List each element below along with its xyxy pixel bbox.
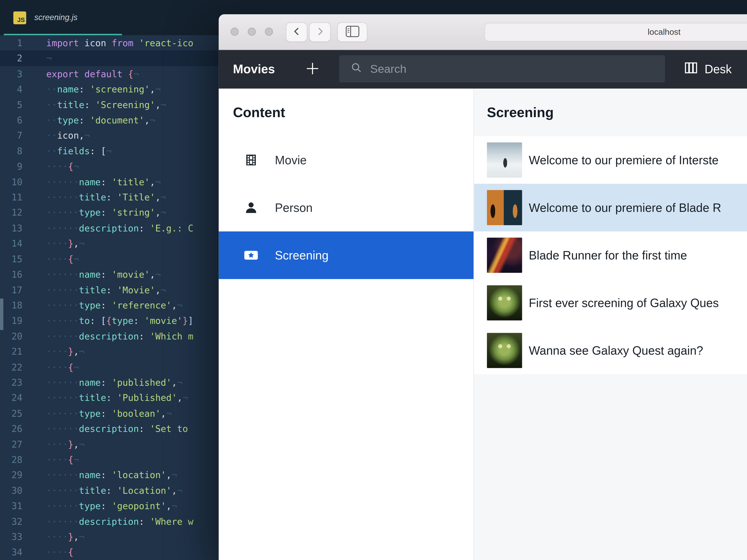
back-chevron-icon <box>291 26 302 38</box>
line-number: 22 <box>0 359 22 375</box>
line-number: 29 <box>0 468 22 483</box>
line-number: 26 <box>0 421 22 436</box>
line-number: 20 <box>0 328 22 344</box>
document-title: Welcome to our premiere of Blade R <box>529 201 721 214</box>
document-title: Welcome to our premiere of Interste <box>529 153 719 167</box>
line-number: 14 <box>0 236 22 251</box>
screen: JS screening.js 1import icon from 'react… <box>0 0 747 560</box>
line-number: 6 <box>0 112 22 128</box>
line-number: 24 <box>0 390 22 405</box>
content-type-label: Screening <box>275 248 329 262</box>
line-number: 7 <box>0 128 22 143</box>
line-number: 19 <box>0 313 22 328</box>
line-number: 25 <box>0 405 22 421</box>
line-number: 31 <box>0 498 22 513</box>
document-list-item[interactable]: First ever screening of Galaxy Ques <box>474 279 747 327</box>
create-new-document-button[interactable] <box>304 60 322 78</box>
content-type-label: Person <box>275 201 313 214</box>
line-number: 23 <box>0 375 22 390</box>
line-number: 12 <box>0 205 22 220</box>
line-number: 1 <box>0 35 22 51</box>
line-number: 16 <box>0 267 22 282</box>
line-number: 28 <box>0 452 22 468</box>
magnifier-icon <box>351 62 363 76</box>
line-number: 2 <box>0 51 22 66</box>
content-type-movie[interactable]: Movie <box>219 136 474 184</box>
line-number: 4 <box>0 81 22 97</box>
line-number: 8 <box>0 143 22 159</box>
document-list-item[interactable]: Wanna see Galaxy Quest again? <box>474 327 747 374</box>
interstellar-thumbnail <box>487 142 522 178</box>
line-number: 5 <box>0 97 22 112</box>
content-type-label: Movie <box>275 153 307 167</box>
br2049-thumbnail <box>487 190 522 225</box>
film-icon <box>243 152 259 168</box>
search-input[interactable]: Search <box>339 55 665 82</box>
project-title: Movies <box>233 50 275 88</box>
line-number: 11 <box>0 189 22 205</box>
window-controls <box>231 28 273 36</box>
line-number: 21 <box>0 344 22 359</box>
galaxyquest-thumbnail <box>487 285 522 320</box>
content-type-screening[interactable]: Screening <box>219 232 474 279</box>
document-list-item[interactable]: Welcome to our premiere of Blade R <box>474 184 747 232</box>
window-zoom-button[interactable] <box>265 28 273 36</box>
document-title: Blade Runner for the first time <box>529 248 687 262</box>
content-pane-title: Content <box>219 89 474 136</box>
studio-navbar: Movies Search Desk <box>219 50 747 88</box>
javascript-file-icon: JS <box>13 11 26 24</box>
content-pane: Content MoviePersonScreening <box>219 89 474 560</box>
browser-back-button[interactable] <box>286 22 307 42</box>
line-number: 13 <box>0 220 22 236</box>
plus-icon <box>305 61 320 77</box>
documents-pane-title: Screening <box>474 89 747 136</box>
line-number: 27 <box>0 436 22 452</box>
browser-title-bar: localhost <box>219 14 747 50</box>
galaxyquest-thumbnail <box>487 333 522 368</box>
line-number: 33 <box>0 529 22 544</box>
desk-tool-label: Desk <box>704 62 731 76</box>
editor-tab-filename: screening.js <box>34 13 77 22</box>
line-number: 15 <box>0 251 22 267</box>
window-close-button[interactable] <box>231 28 239 36</box>
document-title: First ever screening of Galaxy Ques <box>529 296 719 310</box>
address-bar-url: localhost <box>648 27 680 37</box>
person-icon <box>243 199 259 216</box>
document-list-item[interactable]: Blade Runner for the first time <box>474 232 747 279</box>
browser-address-bar[interactable]: localhost <box>485 23 747 42</box>
line-number: 32 <box>0 513 22 529</box>
document-title: Wanna see Galaxy Quest again? <box>529 344 703 357</box>
line-number: 10 <box>0 174 22 189</box>
line-number: 9 <box>0 159 22 174</box>
sanity-studio: Movies Search Desk <box>219 50 747 560</box>
line-number: 17 <box>0 282 22 297</box>
line-number: 3 <box>0 66 22 81</box>
search-placeholder: Search <box>370 62 406 75</box>
window-minimize-button[interactable] <box>248 28 256 36</box>
ticket-star-icon <box>243 247 259 263</box>
studio-panes: Content MoviePersonScreening Screening W… <box>219 89 747 560</box>
forward-chevron-icon <box>315 26 325 38</box>
bladerunner-thumbnail <box>487 238 522 273</box>
documents-pane: Screening Welcome to our premiere of Int… <box>474 89 747 560</box>
line-number: 34 <box>0 544 22 560</box>
editor-tab-screening-js[interactable]: JS screening.js <box>4 0 122 35</box>
columns-icon <box>684 60 698 78</box>
content-type-list: MoviePersonScreening <box>219 136 474 279</box>
document-list-item[interactable]: Welcome to our premiere of Interste <box>474 136 747 184</box>
sidebar-toggle-icon <box>345 25 360 39</box>
line-number: 18 <box>0 297 22 313</box>
browser-window: localhost Movies Search <box>219 14 747 560</box>
browser-forward-button[interactable] <box>309 22 331 42</box>
gutter-selection-mark <box>0 299 3 330</box>
line-number: 30 <box>0 483 22 498</box>
browser-sidebar-toggle-button[interactable] <box>337 22 367 42</box>
document-list: Welcome to our premiere of IntersteWelco… <box>474 136 747 374</box>
desk-tool-button[interactable]: Desk <box>684 50 732 88</box>
content-type-person[interactable]: Person <box>219 184 474 232</box>
